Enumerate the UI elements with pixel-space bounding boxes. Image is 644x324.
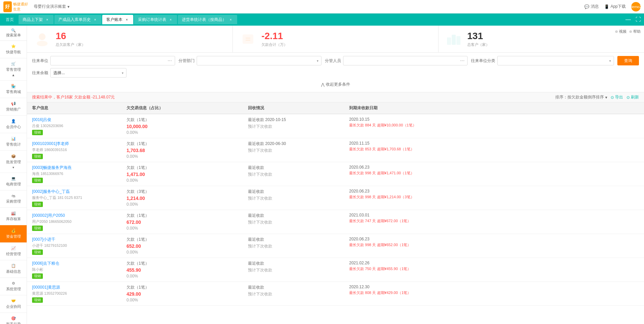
svg-rect-7 [456, 36, 460, 45]
overdue-info[interactable]: 最长欠款 998 天 超期¥1,214.00（3笔） [349, 195, 639, 200]
org-selector[interactable]: 母婴行业演示账套 ▾ [34, 4, 71, 9]
customer-name-link[interactable]: [000002]用户2050 [32, 213, 127, 218]
balance-select[interactable]: 选择... ▾ [50, 68, 127, 78]
sidebar-item-basic-info[interactable]: 📋 基础信息 [0, 260, 27, 278]
stat-values-total-customers: 131 总客户（家） [467, 31, 489, 47]
sort-arrow-icon: ▾ [605, 95, 607, 100]
tab-inbound-stats-label: 进货单统计表（按商品） [182, 17, 226, 23]
tab-inbound-stats[interactable]: 进货单统计表（按商品） × [178, 15, 237, 24]
customer-tag: 现销 [32, 226, 43, 231]
overdue-info[interactable]: 最长欠款 808 天 超期¥429.00（1笔） [349, 290, 639, 295]
recovery-next: 预计下次收款 [248, 124, 349, 129]
sidebar-item-enterprise-collab[interactable]: 🤝 企业协同 [0, 295, 27, 313]
sidebar-item-batch-mgmt[interactable]: 📦 批发管理 ▾ [0, 151, 27, 173]
user-avatar-area[interactable]: demo2 [631, 2, 641, 11]
retail-mgmt-arrow: ▲ [12, 73, 15, 77]
recovery-next: 预计下次收款 [248, 291, 349, 297]
logo-text: 畅捷通好生意 [13, 2, 30, 12]
stat-icon-total-customers [445, 31, 462, 48]
tab-customer-account[interactable]: 客户账本 × [102, 15, 133, 24]
overdue-info[interactable]: 最长欠款 998 天 超期¥1,471.00（1笔） [349, 171, 639, 176]
tab-production-history[interactable]: 产成品入库单历史 × [54, 15, 102, 24]
customer-name-link[interactable]: [0003]畅捷服务尹海燕 [32, 165, 127, 171]
sidebar-item-retail-stats[interactable]: 📊 零售统计 [0, 133, 27, 151]
message-button[interactable]: 💬 消息 [584, 4, 599, 9]
table-row: [000002]用户2050 用户2050 18665062050 现销 欠款（… [27, 210, 644, 234]
sidebar-item-finance-mgmt[interactable]: 💰 资金管理 [0, 225, 27, 243]
video-button[interactable]: ⊙ 视频 [615, 29, 626, 34]
sidebar-item-inventory[interactable]: 🏭 库存核算 [0, 208, 27, 225]
sort-selector[interactable]: 排序：按欠款金额倒序排序 ▾ [555, 94, 607, 100]
customer-name-link[interactable]: [0006]去下粮仓 [32, 261, 127, 266]
customer-name-link[interactable]: [0002]服务中心_丁磊 [32, 189, 127, 195]
query-button[interactable]: 查询 [617, 56, 639, 65]
stat-values-customers: 16 总欠款客户（家） [56, 31, 85, 47]
tab-purchase-order[interactable]: 采购订单统计表 × [134, 15, 177, 24]
tab-product-shelf[interactable]: 商品上下架 × [19, 15, 54, 24]
tab-production-history-label: 产成品入库单历史 [58, 17, 91, 23]
export-button[interactable]: ⊙ 导出 [611, 94, 623, 100]
tab-inbound-stats-close[interactable]: × [228, 17, 233, 22]
filter-item-manager: 分管人员 ··· [325, 56, 468, 65]
app-download-icon: 📱 [604, 4, 609, 9]
sidebar-item-system-mgmt[interactable]: ⚙ 系统管理 [0, 278, 27, 295]
recovery-col: 最近收款 2020-10-15 预计下次收款 [248, 117, 349, 129]
customer-name-link[interactable]: [0016]吕俊 [32, 117, 127, 123]
manager-input[interactable]: ··· [343, 56, 468, 65]
customer-name-link[interactable]: [0001020001]李老师 [32, 141, 127, 147]
filter-item-balance: 往来余额 选择... ▾ [32, 68, 127, 78]
sidebar-item-retail-mgmt[interactable]: 🛒 零售管理 ▲ [0, 58, 27, 81]
debt-count: 欠款（1笔） [127, 285, 248, 290]
due-date-col: 2021.03.01 最长欠款 747 天 超期¥672.00（1笔） [349, 213, 639, 224]
recovery-next: 预计下次收款 [248, 172, 349, 177]
sidebar-search-label: 搜索菜单 [1, 33, 25, 38]
customer-info-col: [0007]小进千 小进千 18279152100 现销 [32, 237, 127, 255]
customer-name-link[interactable]: [0007]小进千 [32, 237, 127, 242]
sort-label: 排序：按欠款金额倒序排序 [555, 94, 604, 100]
tab-purchase-order-close[interactable]: × [168, 17, 173, 22]
svg-rect-5 [447, 37, 451, 45]
sidebar-item-retail-store[interactable]: 🏪 零售商城 [0, 81, 27, 98]
from-unit-input[interactable]: ··· [50, 56, 175, 65]
tab-expand-icon[interactable]: ⛶ [634, 17, 642, 23]
sidebar-item-operations-mgmt[interactable]: 📈 经营管理 [0, 243, 27, 260]
overdue-info[interactable]: 最长欠款 750 天 超期¥455.90（1笔） [349, 266, 639, 271]
overdue-info[interactable]: 最长欠款 998 天 超期¥652.00（1笔） [349, 242, 639, 247]
results-amount-label: 欠款金额 [74, 95, 91, 99]
sidebar-item-ecommerce-mgmt[interactable]: 💻 电商管理 [0, 173, 27, 190]
sidebar-item-member-center[interactable]: 👤 会员中心 [0, 116, 27, 133]
unit-category-select[interactable]: ▾ [497, 56, 614, 65]
refresh-button[interactable]: ⊙ 刷新 [626, 94, 639, 100]
collapse-button[interactable]: ⋀ 收起更多条件 [32, 80, 639, 89]
debt-count: 欠款（3笔） [127, 189, 248, 195]
sidebar-item-newbie-guide[interactable]: 🎯 新手引导 [0, 313, 27, 324]
tab-production-history-close[interactable]: × [93, 17, 97, 22]
tab-bar-end: — ⛶ [624, 17, 642, 23]
sidebar-item-quick-nav[interactable]: ⭐ 快捷导航 [0, 41, 27, 58]
tab-customer-account-close[interactable]: × [124, 17, 129, 22]
debt-info-col: 欠款（1笔） 672.00 0.00% [127, 213, 248, 231]
debt-info-col: 欠款（3笔） 1,214.00 0.00% [127, 189, 248, 207]
dept-select[interactable]: ▾ [197, 56, 321, 65]
stat-total-customers-label: 总客户（家） [467, 42, 489, 47]
help-button[interactable]: ⊙ 帮助 [629, 29, 641, 34]
manager-input-dots: ··· [460, 58, 465, 64]
stat-icon-customers [34, 31, 51, 48]
tab-home[interactable]: 首页 [2, 15, 18, 24]
tab-product-shelf-close[interactable]: × [45, 17, 50, 22]
filter-row-1: 往来单位 ··· 分管部门 ▾ 分管人员 [32, 56, 639, 65]
sidebar-search[interactable]: 🔍 搜索菜单 [0, 26, 27, 41]
overdue-info[interactable]: 最长欠款 884 天 超期¥10,000.00（1笔） [349, 123, 639, 128]
tab-bar: 首页 商品上下架 × 产成品入库单历史 × 客户账本 × 采购订单统计表 × 进… [0, 13, 644, 26]
app-download-button[interactable]: 📱 App下载 [604, 4, 626, 9]
balance-select-arrow: ▾ [122, 71, 123, 75]
customer-name-link[interactable]: [000001]黄思源 [32, 285, 127, 290]
overdue-info[interactable]: 最长欠款 747 天 超期¥672.00（1笔） [349, 218, 639, 224]
sidebar-item-marketing[interactable]: 📢 营销推广 [0, 98, 27, 116]
recovery-next: 预计下次收款 [248, 148, 349, 153]
overdue-info[interactable]: 最长欠款 853 天 超期¥1,703.68（1笔） [349, 147, 639, 152]
table-row: [0003]畅捷服务尹海燕 海燕 18513066976 现销 欠款（1笔） 1… [27, 162, 644, 186]
tab-minimize-icon[interactable]: — [624, 17, 632, 23]
recovery-next: 预计下次收款 [248, 196, 349, 201]
sidebar-item-purchase-mgmt[interactable]: 🛍 采购管理 [0, 190, 27, 208]
